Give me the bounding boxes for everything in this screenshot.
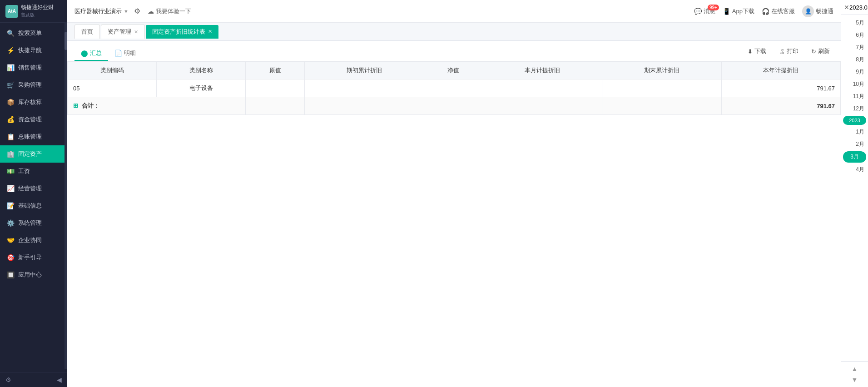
month-10[interactable]: 10月 bbox=[841, 78, 868, 90]
refresh-label: 刷新 bbox=[818, 47, 830, 55]
cell-monthly-dep bbox=[483, 79, 602, 97]
year-marker-2023[interactable]: 2023 bbox=[843, 116, 866, 125]
month-9[interactable]: 9月 bbox=[841, 66, 868, 78]
refresh-button[interactable]: ↻ 刷新 bbox=[808, 45, 833, 57]
total-label: ⊞ 合计： bbox=[68, 97, 246, 115]
tab-home[interactable]: 首页 bbox=[74, 25, 100, 39]
month-12[interactable]: 12月 bbox=[841, 103, 868, 115]
online-service-action[interactable]: 🎧 在线客服 bbox=[762, 7, 795, 15]
sidebar-item-fixed-assets[interactable]: 🏢 固定资产 bbox=[0, 145, 67, 163]
month-6[interactable]: 6月 bbox=[841, 29, 868, 41]
nav-icon-operations: 📈 bbox=[6, 184, 15, 193]
sidebar-item-inventory[interactable]: 📦 库存核算 bbox=[0, 94, 67, 111]
page-content: ⬤ 汇总 📄 明细 ⬇ 下载 🖨 打印 ↻ bbox=[67, 41, 841, 387]
sidebar-item-sales[interactable]: 📊 销售管理 bbox=[0, 59, 67, 76]
sidebar-item-basic-info[interactable]: 📝 基础信息 bbox=[0, 197, 67, 214]
sidebar-item-ledger[interactable]: 📋 总账管理 bbox=[0, 128, 67, 145]
refresh-icon: ↻ bbox=[811, 48, 816, 55]
date-panel: ✕ 2023.03 ⤢ 5月 6月 7月 8月 9月 10月 11月 12月 2… bbox=[841, 0, 868, 387]
date-panel-title: 2023.03 bbox=[849, 4, 868, 11]
subtab-detail[interactable]: 📄 明细 bbox=[108, 46, 142, 61]
subtab-detail-label: 明细 bbox=[124, 49, 136, 57]
month-8[interactable]: 8月 bbox=[841, 54, 868, 66]
date-nav-up[interactable]: ▲ bbox=[850, 363, 860, 374]
nav-icon-basic-info: 📝 bbox=[6, 202, 15, 210]
sidebar-item-enterprise[interactable]: 🤝 企业协同 bbox=[0, 232, 67, 249]
nav-label-guide: 新手引导 bbox=[18, 253, 42, 262]
tab-depreciation-close[interactable]: ✕ bbox=[208, 29, 212, 35]
nav-label-operations: 经营管理 bbox=[18, 184, 42, 193]
online-service-label: 在线客服 bbox=[771, 7, 795, 15]
nav-label-payroll: 工资 bbox=[18, 167, 30, 175]
collapse-icon[interactable]: ◀ bbox=[57, 376, 62, 383]
sidebar-item-system[interactable]: ⚙️ 系统管理 bbox=[0, 214, 67, 232]
nav-icon-payroll: 💵 bbox=[6, 167, 15, 175]
tabbar: 首页 资产管理 ✕ 固定资产折旧统计表 ✕ bbox=[67, 23, 841, 41]
topbar-settings-icon[interactable]: ⚙ bbox=[134, 7, 140, 15]
sidebar-item-search[interactable]: 🔍 搜索菜单 bbox=[0, 25, 67, 42]
date-panel-close[interactable]: ✕ bbox=[844, 4, 849, 11]
month-3-selected[interactable]: 3月 bbox=[843, 151, 866, 163]
nav-label-system: 系统管理 bbox=[18, 219, 42, 227]
tab-asset-mgmt[interactable]: 资产管理 ✕ bbox=[101, 25, 145, 39]
sidebar-item-quick-nav[interactable]: ⚡ 快捷导航 bbox=[0, 42, 67, 59]
download-button[interactable]: ⬇ 下载 bbox=[744, 45, 770, 57]
settings-icon[interactable]: ⚙ bbox=[5, 376, 11, 383]
total-period-dep bbox=[602, 97, 721, 115]
date-panel-header: ✕ 2023.03 ⤢ bbox=[841, 0, 868, 15]
nav-label-fixed-assets: 固定资产 bbox=[18, 150, 42, 158]
download-label: 下载 bbox=[754, 47, 766, 55]
topbar-right: 💬 消息 99+ 📱 App下载 🎧 在线客服 👤 畅捷通 bbox=[694, 5, 833, 17]
nav-icon-ledger: 📋 bbox=[6, 133, 15, 141]
sidebar-nav: 🔍 搜索菜单 ⚡ 快捷导航 📊 销售管理 🛒 采购管理 📦 库存核算 💰 资金管… bbox=[0, 23, 67, 372]
sidebar-item-funds[interactable]: 💰 资金管理 bbox=[0, 111, 67, 128]
sidebar-bottom: ⚙ ◀ bbox=[0, 372, 67, 387]
tab-asset-mgmt-label: 资产管理 bbox=[108, 28, 131, 36]
cell-name: 电子设备 bbox=[157, 79, 246, 97]
table-row: 05 电子设备 791.67 bbox=[68, 79, 841, 97]
app-download-action[interactable]: 📱 App下载 bbox=[723, 7, 754, 15]
sidebar-item-purchase[interactable]: 🛒 采购管理 bbox=[0, 76, 67, 94]
logo-icon: AtA bbox=[5, 5, 18, 18]
date-nav-down[interactable]: ▼ bbox=[850, 374, 860, 385]
print-label: 打印 bbox=[787, 47, 799, 55]
print-button[interactable]: 🖨 打印 bbox=[775, 45, 802, 57]
experience-button[interactable]: ☁ 我要体验一下 bbox=[148, 7, 191, 15]
app-version: 普及版 bbox=[21, 12, 54, 18]
month-1[interactable]: 1月 bbox=[841, 126, 868, 138]
cell-code: 05 bbox=[68, 79, 157, 97]
message-action[interactable]: 💬 消息 99+ bbox=[694, 7, 715, 15]
sub-tabs-left: ⬤ 汇总 📄 明细 bbox=[74, 46, 142, 60]
month-11[interactable]: 11月 bbox=[841, 90, 868, 103]
nav-icon-apps: 🔲 bbox=[6, 271, 15, 279]
col-period-dep: 期末累计折旧 bbox=[602, 62, 721, 79]
month-7[interactable]: 7月 bbox=[841, 41, 868, 54]
summary-icon: ⬤ bbox=[81, 50, 88, 57]
month-5[interactable]: 5月 bbox=[841, 17, 868, 29]
cell-initial-dep bbox=[305, 79, 424, 97]
cell-net bbox=[424, 79, 483, 97]
message-badge: 99+ bbox=[708, 5, 719, 10]
cloud-icon: ☁ bbox=[148, 8, 154, 15]
app-download-label: App下载 bbox=[732, 7, 754, 15]
table-header-row: 类别编码 类别名称 原值 期初累计折旧 净值 本月计提折旧 期末累计折旧 本年计… bbox=[68, 62, 841, 79]
month-2[interactable]: 2月 bbox=[841, 138, 868, 150]
total-initial-dep bbox=[305, 97, 424, 115]
sidebar-item-guide[interactable]: 🎯 新手引导 bbox=[0, 249, 67, 266]
user-section[interactable]: 👤 畅捷通 bbox=[802, 5, 833, 17]
main-content: 医疗器械行业演示 ▼ ⚙ ☁ 我要体验一下 💬 消息 99+ 📱 App下载 🎧… bbox=[67, 0, 841, 387]
sidebar-item-apps[interactable]: 🔲 应用中心 bbox=[0, 266, 67, 283]
subtab-summary[interactable]: ⬤ 汇总 bbox=[74, 46, 108, 61]
phone-icon: 📱 bbox=[723, 8, 730, 15]
month-4[interactable]: 4月 bbox=[841, 164, 868, 176]
tab-depreciation[interactable]: 固定资产折旧统计表 ✕ bbox=[146, 25, 218, 39]
tab-asset-mgmt-close[interactable]: ✕ bbox=[134, 29, 138, 35]
nav-icon-purchase: 🛒 bbox=[6, 81, 15, 89]
nav-label-enterprise: 企业协同 bbox=[18, 236, 42, 244]
sidebar-item-operations[interactable]: 📈 经营管理 bbox=[0, 180, 67, 197]
col-initial-dep: 期初累计折旧 bbox=[305, 62, 424, 79]
company-selector[interactable]: 医疗器械行业演示 ▼ bbox=[74, 7, 129, 15]
nav-icon-fixed-assets: 🏢 bbox=[6, 150, 15, 158]
nav-label-apps: 应用中心 bbox=[18, 271, 42, 279]
sidebar-item-payroll[interactable]: 💵 工资 bbox=[0, 163, 67, 180]
